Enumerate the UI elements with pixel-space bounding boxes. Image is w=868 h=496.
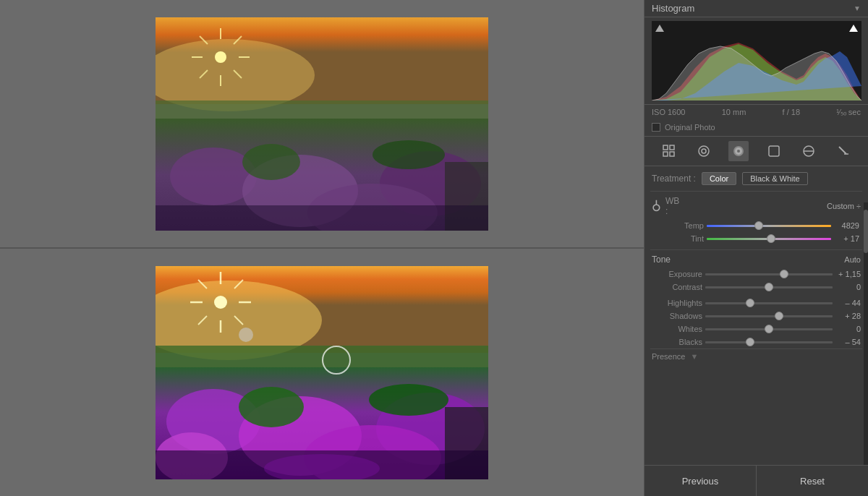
highlights-value: – 44 bbox=[835, 299, 861, 307]
shutter-speed: ¹⁄₅₀ sec bbox=[836, 108, 861, 117]
before-panel: Before bbox=[0, 0, 644, 249]
exposure-slider-thumb[interactable] bbox=[780, 270, 788, 278]
tone-header: Tone Auto bbox=[650, 250, 862, 268]
temp-slider-thumb[interactable] bbox=[754, 221, 763, 230]
tone-title: Tone bbox=[652, 255, 671, 265]
whites-slider-row: Whites 0 bbox=[650, 322, 862, 335]
histogram-canvas bbox=[652, 21, 861, 101]
eyedropper-icon[interactable]: ⚲ bbox=[652, 198, 661, 214]
original-photo-label: Original Photo bbox=[665, 123, 715, 132]
treatment-row: Treatment : Color Black & White bbox=[650, 166, 862, 192]
histogram-header: Histogram ▼ bbox=[644, 0, 868, 17]
exposure-value: + 1,15 bbox=[835, 270, 861, 278]
scrollbar-thumb[interactable] bbox=[864, 210, 868, 253]
svg-rect-45 bbox=[663, 145, 668, 150]
color-treatment-button[interactable]: Color bbox=[702, 172, 736, 185]
adjust-tool-button[interactable] bbox=[728, 141, 749, 161]
blacks-label: Blacks bbox=[652, 338, 702, 346]
treatment-label: Treatment : bbox=[652, 174, 696, 184]
radial-tool[interactable] bbox=[322, 346, 351, 375]
svg-rect-54 bbox=[769, 146, 779, 156]
svg-rect-48 bbox=[670, 152, 674, 156]
develop-panel: Treatment : Color Black & White ⚲ WB : C… bbox=[644, 166, 868, 465]
vertical-scrollbar[interactable] bbox=[864, 202, 868, 465]
svg-rect-20 bbox=[156, 205, 488, 231]
spot-removal-button[interactable] bbox=[764, 141, 784, 161]
radial-tool-small[interactable] bbox=[239, 328, 253, 342]
whites-value: 0 bbox=[835, 325, 861, 333]
blacks-slider-thumb[interactable] bbox=[746, 338, 754, 346]
adjustment-brush-button[interactable] bbox=[833, 141, 854, 161]
right-panel: Histogram ▼ ISO 1600 10 mm f / 18 ¹⁄₅₀ s… bbox=[644, 0, 868, 496]
svg-point-40 bbox=[369, 384, 448, 416]
bw-treatment-button[interactable]: Black & White bbox=[742, 172, 807, 185]
contrast-slider-row: Contrast 0 bbox=[650, 281, 862, 294]
tint-label: Tint bbox=[653, 234, 704, 243]
after-panel: After bbox=[0, 249, 644, 496]
tint-slider-thumb[interactable] bbox=[767, 234, 775, 243]
original-photo-checkbox[interactable] bbox=[652, 123, 660, 132]
tone-section: Tone Auto Exposure + 1,15 Contrast 0 bbox=[650, 250, 862, 349]
exposure-slider-track[interactable] bbox=[705, 273, 833, 275]
svg-point-2 bbox=[215, 51, 226, 63]
svg-point-49 bbox=[699, 146, 709, 156]
histogram-dropdown-icon[interactable]: ▼ bbox=[854, 4, 861, 12]
wb-section: ⚲ WB : Custom ÷ Temp 4829 Tint + 17 bbox=[650, 192, 862, 250]
iso-value: ISO 1600 bbox=[652, 108, 685, 117]
reset-button[interactable]: Reset bbox=[757, 466, 868, 496]
before-photo bbox=[156, 17, 488, 231]
grid-tool-button[interactable] bbox=[659, 141, 679, 161]
svg-point-53 bbox=[737, 150, 740, 153]
after-photo-container bbox=[156, 266, 488, 479]
temp-slider-row: Temp 4829 bbox=[652, 219, 861, 232]
shadow-clipping-icon[interactable] bbox=[655, 25, 664, 32]
contrast-value: 0 bbox=[835, 283, 861, 291]
whites-label: Whites bbox=[652, 325, 702, 333]
tint-value: + 17 bbox=[834, 234, 859, 243]
exposure-label: Exposure bbox=[652, 270, 702, 278]
graduated-filter-button[interactable] bbox=[799, 141, 819, 161]
svg-line-57 bbox=[839, 147, 846, 154]
highlight-clipping-icon[interactable] bbox=[849, 25, 858, 32]
svg-point-23 bbox=[214, 296, 227, 309]
shadows-label: Shadows bbox=[652, 312, 702, 320]
highlights-slider-thumb[interactable] bbox=[746, 299, 754, 307]
after-photo bbox=[156, 266, 488, 479]
contrast-slider-thumb[interactable] bbox=[765, 283, 773, 291]
wb-row: ⚲ WB : Custom ÷ bbox=[652, 196, 861, 216]
blacks-value: – 54 bbox=[835, 338, 861, 346]
temp-slider-track[interactable] bbox=[707, 225, 831, 227]
original-photo-row: Original Photo bbox=[644, 120, 868, 136]
shadows-slider-thumb[interactable] bbox=[775, 312, 783, 320]
whites-slider-track[interactable] bbox=[705, 328, 833, 330]
svg-rect-47 bbox=[663, 152, 668, 156]
contrast-label: Contrast bbox=[652, 283, 702, 291]
crop-tool-button[interactable] bbox=[694, 141, 714, 161]
highlights-slider-row: Highlights – 44 bbox=[650, 296, 862, 309]
histogram-title: Histogram bbox=[652, 3, 694, 14]
before-photo-container bbox=[156, 17, 488, 231]
highlights-label: Highlights bbox=[652, 299, 702, 307]
svg-point-18 bbox=[373, 140, 445, 169]
svg-point-17 bbox=[242, 144, 300, 180]
svg-point-39 bbox=[239, 387, 304, 427]
highlights-slider-track[interactable] bbox=[705, 302, 833, 304]
aperture-value: f / 18 bbox=[783, 108, 800, 117]
shadows-slider-track[interactable] bbox=[705, 315, 833, 317]
wb-value: Custom ÷ bbox=[827, 202, 861, 210]
tone-auto-button[interactable]: Auto bbox=[844, 255, 861, 264]
presence-label: Presence bbox=[652, 352, 685, 361]
blacks-slider-row: Blacks – 54 bbox=[650, 335, 862, 349]
whites-slider-thumb[interactable] bbox=[765, 325, 773, 333]
blacks-slider-track[interactable] bbox=[705, 341, 833, 343]
svg-rect-46 bbox=[670, 145, 674, 150]
svg-point-50 bbox=[702, 149, 706, 153]
contrast-slider-track[interactable] bbox=[705, 286, 833, 288]
tools-row bbox=[644, 136, 868, 166]
exposure-slider-row: Exposure + 1,15 bbox=[650, 268, 862, 281]
wb-label: WB : bbox=[665, 196, 684, 216]
previous-button[interactable]: Previous bbox=[644, 466, 757, 496]
focal-length: 10 mm bbox=[722, 108, 746, 117]
shadows-value: + 28 bbox=[835, 312, 861, 320]
tint-slider-track[interactable] bbox=[707, 238, 831, 240]
